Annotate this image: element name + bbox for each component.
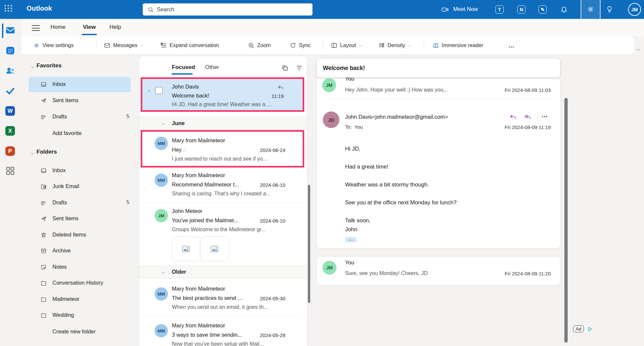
search-placeholder: Search — [157, 6, 174, 13]
tab-focused[interactable]: Focused — [172, 64, 195, 71]
section-chevron-icon — [161, 122, 166, 126]
settings-gear-icon[interactable] — [587, 5, 595, 13]
collapsed-message-top[interactable] — [317, 78, 560, 99]
search-input[interactable]: Search — [143, 3, 313, 16]
unread-count-badge: 5 — [117, 199, 129, 205]
sidebar-item-notes[interactable]: Notes — [21, 260, 139, 275]
body-paragraph: Had a great time! — [345, 163, 388, 171]
drafts-icon — [40, 200, 47, 206]
tab-focused-underline — [172, 73, 193, 75]
section-header-older[interactable]: Older — [139, 265, 307, 279]
sidebar-item-sent-items[interactable]: Sent Items — [21, 211, 139, 227]
attachment-thumbnail[interactable] — [172, 237, 200, 261]
email-sender: Mary from Mailmeteor — [172, 322, 225, 329]
collapsed-message-bottom[interactable]: JM You Sure, see you Monday! Cheers, JD … — [317, 257, 560, 285]
sidebar-item-archive[interactable]: Archive — [21, 243, 139, 259]
notes-icon — [40, 264, 47, 270]
trash-icon — [40, 232, 47, 238]
app-rail: W X P — [0, 19, 21, 346]
sidebar-item-conversation-history[interactable]: Conversation History — [21, 276, 139, 291]
tab-help[interactable]: Help — [109, 24, 121, 31]
reading-pane-scrollbar[interactable] — [564, 98, 568, 343]
email-preview: Groups Welcome to the Mailmeteor gr... — [172, 227, 265, 233]
attachment-thumbnail[interactable] — [200, 237, 229, 261]
excel-app-icon[interactable]: X — [5, 126, 15, 136]
view-settings-button[interactable]: View settings — [33, 41, 74, 50]
expand-conversation-icon — [160, 42, 167, 49]
mail-app-icon[interactable] — [5, 25, 15, 35]
meet-now-camera-icon[interactable] — [441, 6, 450, 13]
density-label: Density — [388, 42, 405, 48]
conversation-subject-card: Welcome back! — [317, 59, 560, 77]
teams-icon[interactable]: T — [495, 5, 504, 14]
powerpoint-app-icon[interactable]: P — [5, 146, 15, 156]
tab-home[interactable]: Home — [50, 24, 65, 31]
people-app-icon[interactable] — [5, 66, 15, 76]
sidebar-item-sent-favorite[interactable]: Sent Items — [21, 93, 139, 108]
chevron-down-icon — [140, 44, 144, 47]
expand-conversation-chevron-icon[interactable] — [147, 88, 152, 93]
filter-icon[interactable] — [296, 64, 303, 72]
section-header-june[interactable]: June — [139, 117, 307, 130]
sync-icon — [290, 42, 296, 49]
hamburger-menu-icon[interactable] — [32, 25, 40, 33]
avatar: JD — [323, 111, 339, 128]
app-launcher-icon[interactable] — [5, 5, 12, 12]
sync-label: Sync — [299, 42, 311, 48]
top-bar: Outlook Search Meet Now T N ✎ JM — [0, 0, 644, 19]
email-checkbox[interactable] — [155, 87, 163, 94]
expand-conversation-button[interactable]: Expand conversation — [160, 41, 219, 50]
layout-button[interactable]: Layout — [331, 41, 362, 50]
meet-now-button[interactable]: Meet Now — [453, 6, 478, 12]
show-quoted-text-button[interactable]: … — [345, 237, 356, 242]
folders-section-header[interactable]: Folders — [36, 149, 57, 155]
onenote-icon[interactable]: N — [517, 5, 526, 14]
email-time: 11:19 — [255, 93, 284, 99]
sidebar-item-drafts-favorite[interactable]: Drafts 5 — [21, 109, 139, 125]
sidebar-item-label: Drafts — [52, 199, 67, 206]
sidebar-item-mailmeteor[interactable]: Mailmeteor — [21, 292, 139, 307]
notifications-bell-icon[interactable] — [560, 5, 568, 13]
sidebar-item-drafts[interactable]: Drafts 5 — [21, 195, 139, 211]
account-avatar[interactable]: JM — [628, 3, 641, 16]
immersive-reader-button[interactable]: Immersive reader — [432, 41, 483, 50]
add-favorite-button[interactable]: Add favorite — [21, 126, 139, 141]
folders-chevron-icon[interactable] — [31, 151, 35, 156]
density-button[interactable]: Density — [378, 41, 411, 50]
sidebar-item-inbox-favorite[interactable]: Inbox — [21, 77, 139, 92]
select-all-icon[interactable] — [281, 64, 289, 72]
avatar: JM — [322, 261, 336, 275]
messages-label: Messages — [113, 42, 137, 48]
message-more-button[interactable]: … — [541, 111, 548, 119]
more-apps-grid-icon[interactable] — [5, 166, 15, 176]
favorites-section-header[interactable]: Favorites — [36, 62, 62, 69]
message-list-scrollbar[interactable] — [308, 185, 310, 303]
tips-lightbulb-icon[interactable] — [606, 5, 613, 13]
zoom-button[interactable]: Zoom — [248, 41, 271, 50]
sidebar-item-inbox[interactable]: Inbox — [21, 163, 139, 178]
sidebar-item-wedding[interactable]: Wedding — [21, 308, 139, 323]
messages-button[interactable]: Messages — [104, 41, 144, 50]
sidebar-item-deleted-items[interactable]: Deleted Items — [21, 228, 139, 243]
todo-notes-icon[interactable]: ✎ — [538, 5, 547, 14]
favorites-chevron-icon[interactable] — [31, 65, 35, 69]
sync-button[interactable]: Sync — [290, 41, 311, 50]
create-new-folder-button[interactable]: Create new folder — [21, 324, 139, 340]
calendar-app-icon[interactable] — [5, 45, 15, 55]
tab-view[interactable]: View — [83, 24, 96, 31]
conversation-subject: Welcome back! — [323, 65, 365, 72]
word-app-icon[interactable]: W — [5, 106, 15, 116]
toolbar-more-button[interactable]: … — [508, 41, 514, 50]
avatar: MM — [155, 173, 168, 187]
sidebar-item-junk-email[interactable]: Junk Email — [21, 179, 139, 194]
tab-other[interactable]: Other — [205, 64, 219, 71]
reply-all-icon[interactable] — [524, 113, 531, 121]
adchoices-icon[interactable] — [587, 326, 593, 332]
avatar: MM — [155, 137, 168, 150]
todo-app-icon[interactable] — [5, 86, 15, 96]
replied-arrow-icon — [277, 84, 284, 91]
email-date: 2024-05-28 — [252, 332, 285, 338]
body-paragraph: Weather was a bit stormy though. — [345, 181, 429, 189]
toolbar-collapse-chevron-icon[interactable] — [636, 47, 641, 52]
reply-icon[interactable] — [509, 113, 517, 121]
